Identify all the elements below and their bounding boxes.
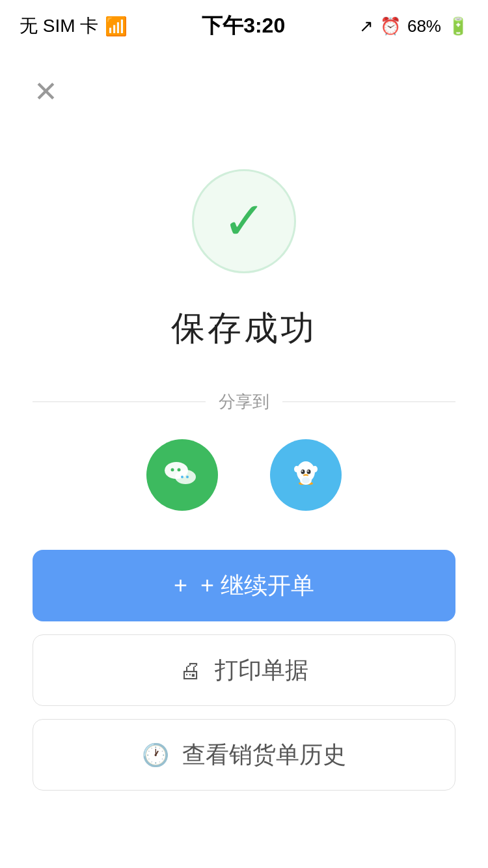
close-button[interactable]: ✕ bbox=[20, 65, 72, 117]
svg-point-4 bbox=[181, 476, 183, 478]
status-left: 无 SIM 卡 📶 bbox=[20, 14, 128, 38]
action-buttons: + + 继续开单 🖨 打印单据 🕐 查看销货单历史 bbox=[33, 550, 455, 791]
wifi-icon: 📶 bbox=[105, 16, 128, 37]
history-button[interactable]: 🕐 查看销货单历史 bbox=[33, 719, 455, 791]
history-label: 查看销货单历史 bbox=[182, 739, 346, 771]
svg-point-18 bbox=[302, 477, 310, 483]
location-icon: ↗ bbox=[359, 16, 373, 36]
divider-left bbox=[33, 401, 206, 402]
continue-icon: + bbox=[174, 572, 187, 599]
svg-point-1 bbox=[175, 470, 196, 484]
print-button[interactable]: 🖨 打印单据 bbox=[33, 634, 455, 706]
share-divider: 分享到 bbox=[33, 390, 455, 413]
qq-share-button[interactable] bbox=[270, 439, 342, 511]
svg-point-12 bbox=[302, 470, 303, 472]
success-title: 保存成功 bbox=[171, 306, 317, 351]
checkmark-icon: ✓ bbox=[223, 195, 266, 247]
svg-point-5 bbox=[186, 476, 189, 478]
print-label: 打印单据 bbox=[215, 655, 308, 686]
share-section: 分享到 bbox=[33, 390, 455, 550]
svg-point-9 bbox=[312, 466, 318, 472]
wechat-share-button[interactable] bbox=[146, 439, 218, 511]
print-icon: 🖨 bbox=[180, 658, 202, 683]
status-right: ↗ ⏰ 68% 🔋 bbox=[359, 16, 468, 36]
status-time: 下午3:20 bbox=[202, 12, 285, 40]
wechat-icon bbox=[161, 454, 204, 496]
svg-point-3 bbox=[178, 468, 181, 472]
main-content: ✓ 保存成功 分享到 bbox=[0, 130, 488, 868]
close-icon: ✕ bbox=[34, 75, 58, 108]
svg-point-2 bbox=[171, 468, 174, 472]
history-icon: 🕐 bbox=[142, 742, 169, 768]
alarm-icon: ⏰ bbox=[380, 16, 401, 36]
battery-icon: 🔋 bbox=[448, 16, 468, 36]
status-bar: 无 SIM 卡 📶 下午3:20 ↗ ⏰ 68% 🔋 bbox=[0, 0, 488, 52]
continue-button[interactable]: + + 继续开单 bbox=[33, 550, 455, 621]
qq-icon bbox=[284, 454, 327, 496]
no-sim-label: 无 SIM 卡 bbox=[20, 14, 98, 38]
continue-label: + 继续开单 bbox=[200, 570, 314, 602]
battery-label: 68% bbox=[407, 16, 441, 36]
svg-point-10 bbox=[301, 470, 305, 474]
svg-point-11 bbox=[307, 470, 311, 474]
share-icons-row bbox=[33, 439, 455, 511]
divider-right bbox=[282, 401, 455, 402]
svg-point-8 bbox=[294, 466, 299, 472]
success-icon-circle: ✓ bbox=[192, 169, 296, 273]
share-label: 分享到 bbox=[219, 390, 269, 413]
svg-point-13 bbox=[308, 470, 309, 472]
